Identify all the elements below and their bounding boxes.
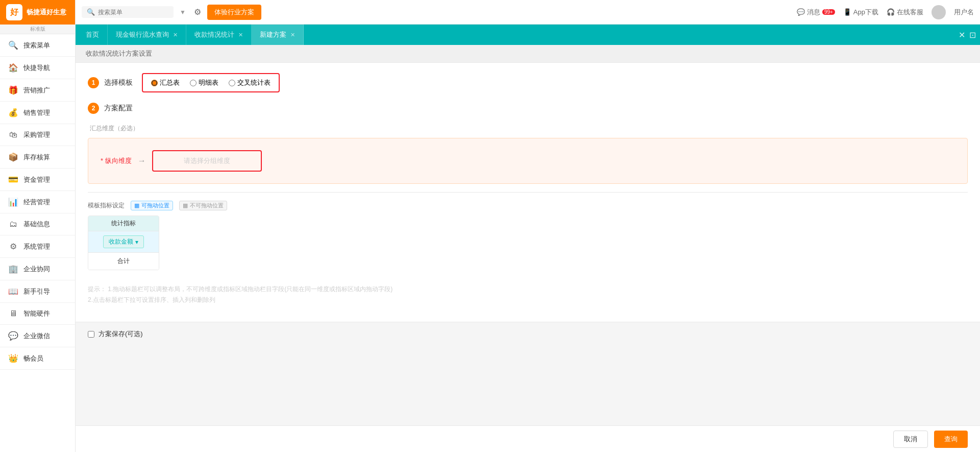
tab-close-all[interactable]: ✕ xyxy=(959,30,965,40)
purchase-icon: 🛍 xyxy=(8,130,18,139)
fund-icon: 💳 xyxy=(8,175,18,184)
radio-detail-label: 明细表 xyxy=(199,78,218,87)
step1-num: 1 xyxy=(88,77,99,88)
service-btn[interactable]: 🎧 在线客服 xyxy=(887,8,923,17)
divider1 xyxy=(88,192,968,193)
no-drag-indicator: ▦ xyxy=(183,202,188,209)
step2-row: 2 方案配置 xyxy=(88,103,968,114)
query-button[interactable]: 查询 xyxy=(934,431,968,448)
industry-btn[interactable]: 体验行业方案 xyxy=(207,5,261,20)
tag-dropdown[interactable]: ▾ xyxy=(135,239,138,246)
content-area: 收款情况统计方案设置 1 选择模板 汇总表 明细表 xyxy=(76,45,980,452)
sidebar-item-wechat[interactable]: 💬 企业微信 xyxy=(0,325,75,347)
sidebar-item-nav[interactable]: 🏠 快捷导航 xyxy=(0,57,75,79)
sidebar-item-search[interactable]: 🔍 搜索菜单 xyxy=(0,34,75,57)
save-label: 方案保存(可选) xyxy=(99,329,143,339)
sidebar-item-purchase[interactable]: 🛍 采购管理 xyxy=(0,124,75,146)
topbar-right: 💬 消息 99+ 📱 App下载 🎧 在线客服 用户名 xyxy=(797,5,974,19)
main-area: 🔍 ▼ ⚙ 体验行业方案 💬 消息 99+ 📱 App下载 🎧 在线客服 用户名 xyxy=(76,0,980,452)
tab-stats[interactable]: 收款情况统计 ✕ xyxy=(186,25,252,45)
sidebar-item-inventory[interactable]: 📦 库存核算 xyxy=(0,146,75,169)
download-label: App下载 xyxy=(853,8,878,17)
sidebar-item-operation[interactable]: 📊 经营管理 xyxy=(0,191,75,213)
message-badge: 99+ xyxy=(822,9,835,15)
step1-row: 1 选择模板 汇总表 明细表 交叉统计表 xyxy=(88,73,968,92)
metrics-label-row: 模板指标设定 ▦ 可拖动位置 ▦ 不可拖动位置 xyxy=(88,201,968,210)
sidebar-badge: 标准版 xyxy=(0,25,75,34)
sidebar-item-basic[interactable]: 🗂 基础信息 xyxy=(0,213,75,235)
step2-num: 2 xyxy=(88,103,99,114)
download-btn[interactable]: 📱 App下载 xyxy=(843,8,878,17)
tab-new-close[interactable]: ✕ xyxy=(290,32,295,38)
tab-maximize[interactable]: ⊡ xyxy=(969,30,976,40)
service-icon: 🎧 xyxy=(887,8,895,16)
no-drag-badge: ▦ 不可拖动位置 xyxy=(179,201,227,210)
dimension-placeholder[interactable]: 请选择分组维度 xyxy=(152,150,262,172)
username: 用户名 xyxy=(954,8,974,17)
search-icon: 🔍 xyxy=(87,8,95,16)
radio-cross[interactable]: 交叉统计表 xyxy=(229,78,271,87)
footer: 取消 查询 xyxy=(76,425,980,452)
save-option[interactable]: 方案保存(可选) xyxy=(88,329,968,339)
gear-icon: ⚙ xyxy=(8,242,18,251)
radio-summary[interactable]: 汇总表 xyxy=(151,78,180,87)
step1-label: 选择模板 xyxy=(104,78,133,87)
sidebar-item-company[interactable]: 🏢 企业协同 xyxy=(0,258,75,280)
settings-icon[interactable]: ⚙ xyxy=(194,7,201,17)
message-label: 消息 xyxy=(807,8,820,17)
save-option-area: 方案保存(可选) xyxy=(76,322,980,346)
dropdown-arrow[interactable]: ▼ xyxy=(180,9,186,16)
dimension-row-label: * 纵向维度 xyxy=(101,156,132,165)
chat-icon: 💬 xyxy=(8,331,18,341)
tab-bank-label: 现金银行流水查询 xyxy=(116,30,169,39)
metrics-subtotal: 合计 xyxy=(88,253,159,270)
search-input[interactable] xyxy=(98,9,164,16)
tab-home[interactable]: 首页 xyxy=(80,25,108,45)
tab-stats-label: 收款情况统计 xyxy=(194,30,234,39)
radio-detail[interactable]: 明细表 xyxy=(190,78,218,87)
metrics-tag[interactable]: 收款金额 ▾ xyxy=(103,235,144,248)
logo-icon: 好 xyxy=(6,4,22,20)
message-btn[interactable]: 💬 消息 99+ xyxy=(797,8,835,17)
radio-cross-label: 交叉统计表 xyxy=(237,78,271,87)
sidebar-item-marketing[interactable]: 🎁 营销推广 xyxy=(0,79,75,102)
chart-icon: 📊 xyxy=(8,197,18,207)
tips-line1: 提示： 1.拖动标题栏可以调整布局，不可跨维度或指标区域拖动栏目字段(只能在同一… xyxy=(88,285,968,294)
step2-label: 方案配置 xyxy=(104,104,133,113)
metrics-title: 模板指标设定 xyxy=(88,201,125,210)
tab-stats-close[interactable]: ✕ xyxy=(238,32,243,38)
metrics-tag-row: 收款金额 ▾ xyxy=(88,231,159,253)
avatar[interactable] xyxy=(932,5,946,19)
page-title: 收款情况统计方案设置 xyxy=(76,45,980,63)
drag-badge: ▦ 可拖动位置 xyxy=(131,201,173,210)
tab-home-label: 首页 xyxy=(86,30,99,39)
save-checkbox[interactable] xyxy=(88,331,94,338)
tab-new[interactable]: 新建方案 ✕ xyxy=(252,25,304,45)
book-icon: 📖 xyxy=(8,287,18,296)
sidebar-item-fund[interactable]: 💳 资金管理 xyxy=(0,169,75,191)
sidebar-item-sales[interactable]: 💰 销售管理 xyxy=(0,102,75,124)
search-icon: 🔍 xyxy=(8,40,18,50)
dimension-row: * 纵向维度 → 请选择分组维度 xyxy=(101,150,262,172)
tips-section: 提示： 1.拖动标题栏可以调整布局，不可跨维度或指标区域拖动栏目字段(只能在同一… xyxy=(88,280,968,312)
sidebar-item-member[interactable]: 👑 畅会员 xyxy=(0,347,75,370)
dimension-title: 汇总维度（必选） xyxy=(88,124,968,133)
topbar: 🔍 ▼ ⚙ 体验行业方案 💬 消息 99+ 📱 App下载 🎧 在线客服 用户名 xyxy=(76,0,980,25)
building-icon: 🏢 xyxy=(8,264,18,274)
metrics-section: 模板指标设定 ▦ 可拖动位置 ▦ 不可拖动位置 统计指标 xyxy=(88,201,968,272)
tips-line2: 2.点击标题栏下拉可设置排序、插入列和删除列 xyxy=(88,296,968,304)
template-box: 汇总表 明细表 交叉统计表 xyxy=(142,73,280,92)
radio-summary-label: 汇总表 xyxy=(160,78,180,87)
tab-bank-close[interactable]: ✕ xyxy=(173,32,178,38)
sidebar-item-guide[interactable]: 📖 新手引导 xyxy=(0,280,75,303)
tab-bank[interactable]: 现金银行流水查询 ✕ xyxy=(108,25,186,45)
download-icon: 📱 xyxy=(843,8,851,16)
search-box[interactable]: 🔍 xyxy=(82,6,174,18)
sidebar-item-system[interactable]: ⚙ 系统管理 xyxy=(0,235,75,258)
cancel-button[interactable]: 取消 xyxy=(893,431,928,448)
home-icon: 🏠 xyxy=(8,63,18,73)
tab-new-label: 新建方案 xyxy=(260,30,286,39)
sidebar-item-hardware[interactable]: 🖥 智能硬件 xyxy=(0,303,75,325)
folder-icon: 🗂 xyxy=(8,220,18,229)
tabbar-actions: ✕ ⊡ xyxy=(959,30,976,40)
